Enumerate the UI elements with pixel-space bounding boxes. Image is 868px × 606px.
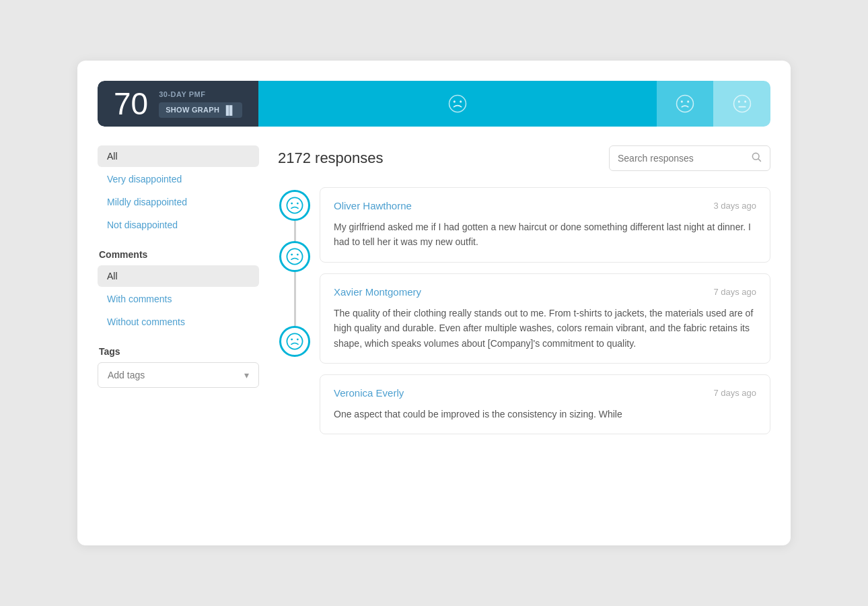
sad-face-large-icon <box>448 94 467 113</box>
timeline-entry-1 <box>279 190 310 241</box>
svg-point-1 <box>454 100 456 102</box>
svg-point-14 <box>297 203 299 205</box>
svg-point-13 <box>291 203 293 205</box>
sidebar: All Very disappointed Mildly disappointe… <box>98 145 259 445</box>
responses-count: 2172 responses <box>278 149 384 167</box>
timeline-entry-3 <box>279 326 310 357</box>
response-card-0: Oliver Hawthorne 3 days ago My girlfrien… <box>320 187 770 263</box>
search-icon <box>751 152 762 165</box>
neutral-sad-face-icon <box>676 94 694 113</box>
comments-label: Comments <box>98 249 259 260</box>
svg-point-18 <box>287 333 302 349</box>
segment-not-disappointed <box>713 81 770 127</box>
response-card-2: Veronica Everly 7 days ago One aspect th… <box>320 374 770 434</box>
response-author-1: Xavier Montgomery <box>334 286 421 298</box>
filter-not-disappointed[interactable]: Not disappointed <box>98 214 259 236</box>
svg-point-7 <box>738 100 740 102</box>
comments-without[interactable]: Without comments <box>98 311 259 333</box>
bar-chart-icon: ▐▌ <box>223 105 236 115</box>
svg-point-5 <box>687 100 689 102</box>
segment-mildly-disappointed <box>657 81 714 127</box>
timeline-dot-3 <box>279 326 310 357</box>
svg-point-16 <box>291 254 293 256</box>
tags-label: Tags <box>98 346 259 357</box>
pmf-meta: 30-DAY PMF SHOW GRAPH ▐▌ <box>159 90 242 118</box>
pmf-score-box: 70 30-DAY PMF SHOW GRAPH ▐▌ <box>98 81 258 127</box>
comments-filter-section: Comments All With comments Without comme… <box>98 249 259 333</box>
timeline-entry-2 <box>279 241 310 326</box>
show-graph-button[interactable]: SHOW GRAPH ▐▌ <box>159 102 242 118</box>
pmf-score: 70 <box>114 88 148 119</box>
response-card-header-2: Veronica Everly 7 days ago <box>334 387 756 399</box>
comments-all[interactable]: All <box>98 265 259 287</box>
tags-placeholder: Add tags <box>108 370 145 380</box>
svg-point-17 <box>297 254 299 256</box>
response-time-1: 7 days ago <box>713 287 756 297</box>
svg-point-12 <box>287 197 302 213</box>
response-time-0: 3 days ago <box>713 201 756 211</box>
main-card: 70 30-DAY PMF SHOW GRAPH ▐▌ <box>77 61 791 545</box>
pmf-label: 30-DAY PMF <box>159 90 242 98</box>
svg-point-0 <box>449 96 466 112</box>
svg-point-20 <box>297 339 299 341</box>
svg-point-8 <box>744 100 746 102</box>
sentiment-bar <box>258 81 770 127</box>
response-author-0: Oliver Hawthorne <box>334 200 412 211</box>
responses-header: 2172 responses <box>278 145 770 171</box>
response-text-0: My girlfriend asked me if I had gotten a… <box>334 220 756 250</box>
svg-point-15 <box>287 248 302 264</box>
search-input[interactable] <box>618 153 746 164</box>
filter-all[interactable]: All <box>98 145 259 167</box>
response-sad-face-3 <box>286 333 303 350</box>
tags-dropdown[interactable]: Add tags ▾ <box>98 362 259 388</box>
response-card-header-0: Oliver Hawthorne 3 days ago <box>334 200 756 211</box>
comments-with[interactable]: With comments <box>98 288 259 310</box>
neutral-face-icon <box>733 94 752 113</box>
search-box[interactable] <box>609 145 770 171</box>
response-sad-face-2 <box>286 248 303 265</box>
response-card-1: Xavier Montgomery 7 days ago The quality… <box>320 273 770 364</box>
filter-very-disappointed[interactable]: Very disappointed <box>98 168 259 190</box>
svg-point-3 <box>677 96 694 112</box>
top-section: 70 30-DAY PMF SHOW GRAPH ▐▌ <box>98 81 770 127</box>
response-text-1: The quality of their clothing really sta… <box>334 306 756 351</box>
response-time-2: 7 days ago <box>713 388 756 398</box>
svg-point-6 <box>733 96 750 112</box>
response-author-2: Veronica Everly <box>334 387 404 399</box>
tags-section: Tags Add tags ▾ <box>98 346 259 388</box>
main-content: All Very disappointed Mildly disappointe… <box>77 127 791 464</box>
timeline-line-1 <box>294 221 296 241</box>
response-sad-face-1 <box>286 197 303 214</box>
segment-very-disappointed <box>258 81 657 127</box>
timeline-line-2 <box>294 272 296 326</box>
timeline-dot-2 <box>279 241 310 272</box>
filter-mildly-disappointed[interactable]: Mildly disappointed <box>98 191 259 213</box>
svg-point-2 <box>460 100 462 102</box>
responses-with-timeline: Oliver Hawthorne 3 days ago My girlfrien… <box>278 187 770 445</box>
svg-line-11 <box>758 159 761 162</box>
svg-point-19 <box>291 339 293 341</box>
sentiment-filter-section: All Very disappointed Mildly disappointe… <box>98 145 259 236</box>
svg-point-4 <box>681 100 683 102</box>
response-card-header-1: Xavier Montgomery 7 days ago <box>334 286 756 298</box>
cards-column: Oliver Hawthorne 3 days ago My girlfrien… <box>320 187 770 445</box>
timeline-column <box>278 187 312 445</box>
chevron-down-icon: ▾ <box>244 370 249 380</box>
response-text-2: One aspect that could be improved is the… <box>334 407 756 422</box>
responses-list: 2172 responses <box>278 145 770 445</box>
timeline-dot-1 <box>279 190 310 221</box>
